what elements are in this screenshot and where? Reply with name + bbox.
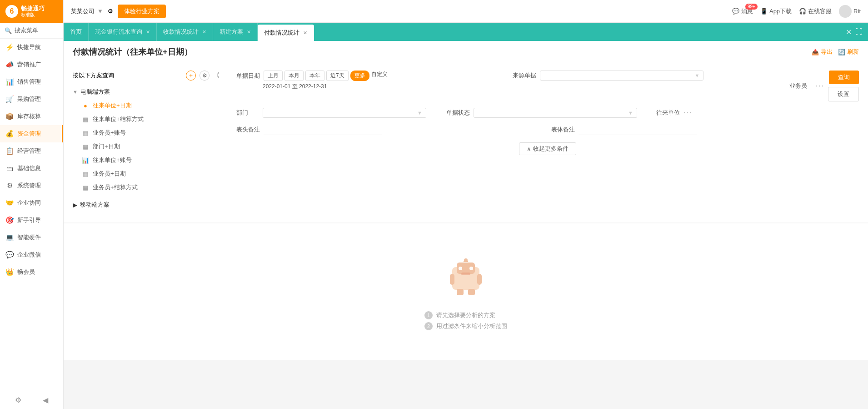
messages-item[interactable]: 💬 消息 99+ xyxy=(732,7,753,15)
scheme-item-staff-account[interactable]: ▦ 业务员+账号 xyxy=(73,126,219,140)
sidebar-item-quick-nav[interactable]: ⚡ 快捷导航 xyxy=(0,39,63,56)
sidebar-item-inventory[interactable]: 📦 库存核算 xyxy=(0,108,63,125)
date-btn-7days[interactable]: 近7天 xyxy=(326,71,349,81)
source-doc-dropdown-icon: ▼ xyxy=(694,73,699,78)
sidebar-item-basic[interactable]: 🗃 基础信息 xyxy=(0,160,63,177)
date-btn-this-month[interactable]: 本月 xyxy=(284,71,304,81)
tab-close-new[interactable]: ✕ xyxy=(247,29,251,35)
date-btn-this-year[interactable]: 本年 xyxy=(305,71,324,81)
tab-bar: 首页 现金银行流水查询 ✕ 收款情况统计 ✕ 新建方案 ✕ 付款情况统计 ✕ ✕… xyxy=(64,23,868,41)
logo-icon: 6 xyxy=(5,5,18,18)
filter-panel: 按以下方案查询 + ⚙ 《 ▼ 电脑端方案 xyxy=(73,71,859,215)
dropdown-icon: ▼ xyxy=(97,8,103,15)
sidebar-item-system[interactable]: ⚙ 系统管理 xyxy=(0,177,63,194)
dept-select[interactable]: ▼ xyxy=(263,108,426,118)
svg-point-10 xyxy=(464,258,468,262)
page-title: 付款情况统计（往来单位+日期） xyxy=(73,46,192,57)
sidebar-settings-icon[interactable]: ⚙ xyxy=(15,396,21,404)
mobile-group-title[interactable]: ▶ 移动端方案 xyxy=(73,198,219,212)
desktop-arrow-icon: ▼ xyxy=(73,89,78,95)
staff-more-btn[interactable]: ··· xyxy=(816,82,824,90)
date-range-btns: 上月 本月 本年 近7天 更多 自定义 xyxy=(264,71,388,81)
service-icon: 🎧 xyxy=(799,8,806,15)
tab-pay-stats[interactable]: 付款情况统计 ✕ xyxy=(258,25,314,41)
doc-status-label: 单据状态 xyxy=(446,109,470,117)
collapse-scheme-button[interactable]: 《 xyxy=(213,71,219,80)
sidebar-item-marketing[interactable]: 📣 营销推广 xyxy=(0,56,63,73)
online-service-item[interactable]: 🎧 在线客服 xyxy=(799,7,832,15)
scheme-item-staff-date[interactable]: ▦ 业务员+日期 xyxy=(73,167,219,181)
scheme-item-unit-settle[interactable]: ▦ 往来单位+结算方式 xyxy=(73,112,219,126)
sidebar-item-finance[interactable]: 💰 资金管理 xyxy=(0,125,63,142)
page-header: 付款情况统计（往来单位+日期） 📤 导出 🔄 刷新 xyxy=(64,41,868,63)
refresh-button[interactable]: 🔄 刷新 xyxy=(838,48,859,56)
staff-col: 业务员 ··· 查询 设置 xyxy=(789,71,859,101)
tab-expand-icon[interactable]: ⛶ xyxy=(855,28,863,36)
tab-home[interactable]: 首页 xyxy=(64,23,89,41)
main-area: 某某公司 ▼ ⚙ 体验行业方案 💬 消息 99+ 📱 App下载 🎧 在线客服 xyxy=(64,0,868,409)
query-button[interactable]: 查询 xyxy=(829,71,859,84)
tab-new-scheme[interactable]: 新建方案 ✕ xyxy=(213,23,258,41)
dept-col: 部门 ▼ xyxy=(236,108,439,118)
search-menu[interactable]: 🔍 搜索菜单 xyxy=(0,23,63,39)
collapse-more-button[interactable]: ∧ 收起更多条件 xyxy=(519,142,576,155)
header-left: 某某公司 ▼ ⚙ 体验行业方案 xyxy=(71,5,166,18)
date-btn-last-month[interactable]: 上月 xyxy=(264,71,283,81)
header-right: 💬 消息 99+ 📱 App下载 🎧 在线客服 Rit xyxy=(732,5,861,18)
date-btn-more[interactable]: 更多 xyxy=(350,71,369,81)
body-note-input[interactable] xyxy=(579,124,697,135)
scheme-settings-button[interactable]: ⚙ xyxy=(200,71,210,81)
scheme-item-unit-date[interactable]: ● 往来单位+日期 xyxy=(73,99,219,112)
source-doc-select[interactable]: ▼ xyxy=(540,71,703,81)
collapse-bar: ∧ 收起更多条件 xyxy=(236,135,859,155)
header-note-input[interactable] xyxy=(264,124,382,135)
date-custom[interactable]: 自定义 xyxy=(371,71,388,81)
scheme-item-label: 业务员+日期 xyxy=(93,170,126,178)
sidebar-item-label: 采购管理 xyxy=(17,95,41,103)
sidebar-item-wechat[interactable]: 💬 企业微信 xyxy=(0,246,63,263)
wechat-icon: 💬 xyxy=(5,251,14,259)
sidebar-item-enterprise[interactable]: 🤝 企业协同 xyxy=(0,194,63,212)
hardware-icon: 💻 xyxy=(5,233,14,242)
sidebar-item-newbie[interactable]: 🎯 新手引导 xyxy=(0,212,63,229)
desktop-group-label: 电脑端方案 xyxy=(80,88,110,96)
add-scheme-button[interactable]: + xyxy=(186,71,196,81)
system-icon: ⚙ xyxy=(5,182,14,190)
staff-label: 业务员 xyxy=(789,82,812,90)
sidebar-item-sales[interactable]: 📊 销售管理 xyxy=(0,73,63,91)
sidebar-item-purchase[interactable]: 🛒 采购管理 xyxy=(0,91,63,108)
sidebar-item-label: 库存核算 xyxy=(17,112,41,121)
desktop-group-title[interactable]: ▼ 电脑端方案 xyxy=(73,85,219,99)
sidebar-collapse-icon[interactable]: ◀ xyxy=(43,396,48,404)
tab-bank-flow[interactable]: 现金银行流水查询 ✕ xyxy=(89,23,157,41)
sidebar-item-operations[interactable]: 📋 经营管理 xyxy=(0,142,63,160)
tab-close-payment[interactable]: ✕ xyxy=(202,29,206,35)
settings-button[interactable]: 设置 xyxy=(828,87,859,101)
header-note-label: 表头备注 xyxy=(236,126,260,134)
tab-bar-end: ✕ ⛶ xyxy=(840,23,868,41)
filter-section-title: 按以下方案查询 + ⚙ 《 xyxy=(73,71,219,81)
scheme-item-label: 部门+日期 xyxy=(93,142,120,151)
scheme-item-unit-account[interactable]: 📊 往来单位+账号 xyxy=(73,153,219,167)
sidebar-item-label: 销售管理 xyxy=(17,78,41,86)
company-selector[interactable]: 某某公司 ▼ xyxy=(71,7,103,15)
doc-status-select[interactable]: ▼ xyxy=(474,108,637,118)
sidebar-item-member[interactable]: 👑 畅会员 xyxy=(0,263,63,281)
tab-close-all-icon[interactable]: ✕ xyxy=(846,28,852,36)
sidebar-item-label: 营销推广 xyxy=(17,61,41,69)
export-button[interactable]: 📤 导出 xyxy=(812,48,833,56)
doc-date-col: 单据日期 上月 本月 本年 近7天 更多 自定义 xyxy=(236,71,505,91)
header-settings-icon[interactable]: ⚙ xyxy=(108,8,113,15)
hint-text-1: 请先选择要分析的方案 xyxy=(436,311,495,319)
scheme-item-dept-date[interactable]: ▦ 部门+日期 xyxy=(73,140,219,153)
user-item[interactable]: Rit xyxy=(839,5,861,18)
by-scheme-label: 按以下方案查询 xyxy=(73,71,114,80)
tab-close-bank[interactable]: ✕ xyxy=(146,29,150,35)
related-unit-more-btn[interactable]: ··· xyxy=(683,109,692,117)
app-download-item[interactable]: 📱 App下载 xyxy=(760,7,792,15)
sidebar-item-hardware[interactable]: 💻 智能硬件 xyxy=(0,229,63,246)
tab-close-pay[interactable]: ✕ xyxy=(303,30,307,36)
tab-payment-stats[interactable]: 收款情况统计 ✕ xyxy=(157,23,213,41)
scheme-item-staff-settle[interactable]: ▦ 业务员+结算方式 xyxy=(73,181,219,194)
trial-button[interactable]: 体验行业方案 xyxy=(118,5,166,18)
